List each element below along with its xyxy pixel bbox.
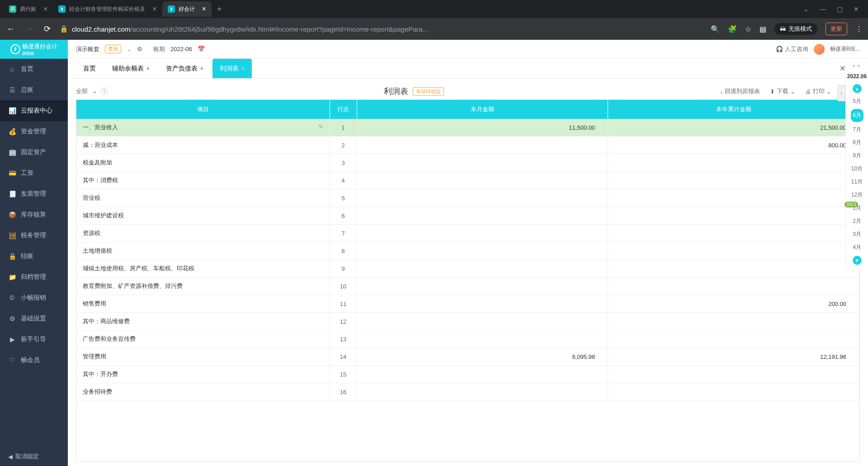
reload-button[interactable]: ⟳ [42,24,52,34]
period-month[interactable]: 8月 [851,136,863,149]
table-row[interactable]: 其中：开办费 15 [76,366,859,383]
table-row[interactable]: 其中：商品维修费 12 [76,313,859,330]
unpin-button[interactable]: ◀ 取消固定 [0,447,68,466]
tab-close-icon[interactable]: × [241,66,245,72]
cell-year [608,278,859,295]
page-tab[interactable]: 辅助余额表× [105,59,157,78]
period-month[interactable]: 7月 [851,123,863,136]
sidebar-item-vip[interactable]: ♡畅会员 [0,350,68,371]
settings-icon[interactable]: ⚙ [137,46,142,52]
sidebar-item-archive[interactable]: 📁归档管理 [0,267,68,287]
page-tab[interactable]: 首页 [76,59,103,78]
forward-button[interactable]: → [24,24,34,34]
sidebar-item-money[interactable]: 💰资金管理 [0,121,68,142]
close-all-tabs-icon[interactable]: ✕ [840,64,845,73]
update-button[interactable]: 更新 [826,23,847,35]
tab-close-icon[interactable]: × [43,5,47,13]
tab-close-icon[interactable]: × [202,5,206,13]
table-row[interactable]: 其中：消费税 4 [76,172,859,189]
table-row[interactable]: 营业税 5 [76,189,859,207]
cell-year: 800.00 [608,137,859,154]
sidebar-item-salary[interactable]: 💳工资 [0,163,68,184]
tab-close-icon[interactable]: × [200,66,203,72]
col-header-year: 本年累计金额 [608,100,859,119]
help-icon[interactable]: ? [101,88,108,95]
sidebar-item-market[interactable]: ©小畅报销 [0,287,68,308]
table-row[interactable]: 业务招待费 16 [76,383,859,401]
caret-down-icon[interactable]: ⌄ [803,5,809,13]
period-down-button[interactable]: ▼ [853,256,862,265]
table-row[interactable]: 城市维护建设税 6 [76,207,859,225]
tab-close-icon[interactable]: × [146,66,150,72]
table-row[interactable]: 减：营业成本 2 800.00 [76,137,859,154]
avatar[interactable] [814,44,825,55]
browser-tab-0[interactable]: 易 易代账 × [4,1,53,17]
account-dropdown-icon[interactable]: ⌄ [127,46,132,52]
period-month[interactable]: 4月 [851,241,863,254]
incognito-badge[interactable]: 🕶 无痕模式 [774,23,817,35]
cell-month [357,225,608,242]
ledger-icon: ☰ [8,86,16,94]
table-row[interactable]: 教育费附加、矿产资源补偿费、排污费 10 [76,278,859,295]
sidebar-item-tax[interactable]: 🧮税务管理 [0,225,68,246]
table-row[interactable]: 税金及附加 3 [76,154,859,172]
url-bar[interactable]: 🔒 cloud2.chanjet.com/accounting/uh26t264… [60,25,703,33]
table-row[interactable]: 城镇土地使用税、房产税、车船税、印花税 9 [76,260,859,278]
sidebar-item-close-period[interactable]: 🔒结账 [0,246,68,267]
maximize-icon[interactable]: ▢ [837,5,843,13]
page-tab[interactable]: 资产负债表× [159,59,211,78]
new-tab-button[interactable]: + [212,5,227,14]
sidebar-item-invoice[interactable]: 🧾发票管理 [0,184,68,204]
bookmark-icon[interactable]: ☆ [745,25,751,33]
account-name[interactable]: 演示账套 [76,45,99,53]
cell-year [608,330,859,348]
col-header-month: 本月金额 [357,100,608,119]
zoom-icon[interactable]: 🔍 [711,25,720,33]
period-up-button[interactable]: ▲ [853,84,862,93]
sidebar-item-asset[interactable]: 🏢固定资产 [0,142,68,163]
calendar-icon[interactable]: 📅 [198,46,205,52]
sidebar-item-stock[interactable]: 📦库存核算 [0,204,68,225]
reset-button[interactable]: ↓ 回退到原报表 [720,87,760,95]
period-month[interactable]: 3月 [851,228,863,241]
expand-handle[interactable]: › [837,85,845,101]
extensions-icon[interactable]: 🧩 [728,25,737,33]
table-row[interactable]: 资源税 7 [76,225,859,242]
close-window-icon[interactable]: ✕ [854,5,859,13]
page-tab[interactable]: 利润表× [212,59,252,78]
table-row[interactable]: 管理费用 14 6,095.98 12,191.96 [76,348,859,366]
reading-list-icon[interactable]: ▤ [760,25,766,33]
back-button[interactable]: ← [5,24,16,34]
period-month[interactable]: 11月 [851,175,863,188]
period-month[interactable]: 6月 [851,109,863,122]
consult-button[interactable]: 🎧 人工咨询 [776,45,808,53]
table-row[interactable]: 广告费和业务宣传费 13 [76,330,859,348]
period-month[interactable]: 9月 [851,149,863,162]
sidebar-item-ledger[interactable]: ☰总账 [0,80,68,100]
menu-icon[interactable]: ⋮ [855,25,863,33]
table-row[interactable]: 一、营业收入✎ 1 11,500.00 21,500.00 [76,119,859,137]
period-month[interactable]: 5月 [851,95,863,108]
filter-dropdown[interactable]: 全部 ⌄ [76,87,97,95]
sidebar-item-settings[interactable]: ⚙基础设置 [0,308,68,329]
sidebar-item-label: 首页 [21,65,33,73]
username[interactable]: 畅捷通B组... [830,45,860,53]
logo[interactable]: ⬆ 畅捷通好会计 旗舰版 [0,40,68,59]
table-row[interactable]: 土地增值税 8 [76,242,859,260]
period-month[interactable]: 2月 [851,215,863,228]
tab-title: 好会计财务管理软件购买价格及 [69,5,145,13]
print-button[interactable]: 🖨 打印 ⌄ [805,87,831,95]
period-month[interactable]: 12月 [851,188,863,202]
sidebar-item-home[interactable]: ⌂首页 [0,59,68,80]
table-row[interactable]: 销售费用 11 200.00 [76,295,859,313]
browser-tab-1[interactable]: ⬆ 好会计财务管理软件购买价格及 × [53,1,162,17]
minimize-icon[interactable]: — [820,5,826,13]
sidebar-item-report[interactable]: 📊云报表中心 [0,100,68,121]
browser-tab-2[interactable]: ⬆ 好会计 × [162,1,212,17]
edit-icon[interactable]: ✎ [318,123,323,130]
sidebar-item-guide[interactable]: ▶新手引导 [0,329,68,350]
tab-close-icon[interactable]: × [152,5,156,13]
cell-year: 200.00 [608,295,859,313]
download-button[interactable]: ⬇ 下载 ⌄ [770,87,795,95]
period-month[interactable]: 10月 [851,162,863,175]
